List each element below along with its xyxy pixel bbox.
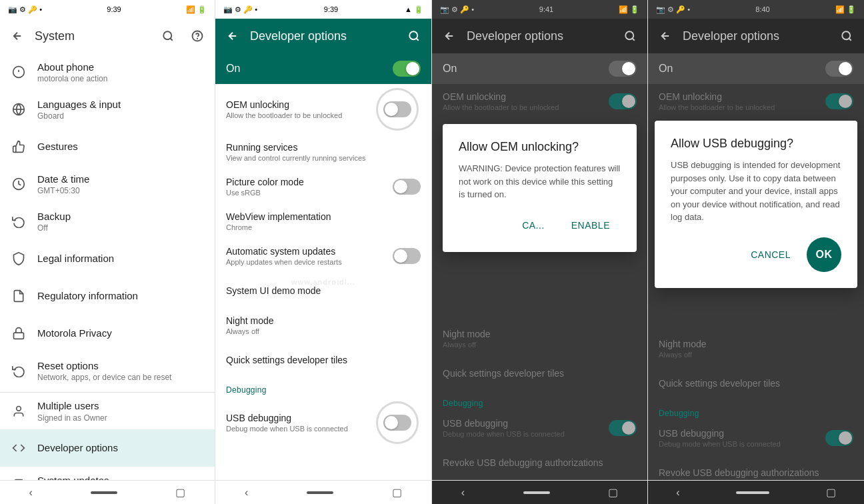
home-nav-2[interactable]	[307, 491, 333, 494]
picture-color-subtitle: Use sRGB	[226, 189, 393, 197]
settings-item-reset[interactable]: Reset options Network, apps, or device c…	[0, 352, 215, 389]
quick-settings-text: Quick settings developer tiles	[226, 355, 421, 365]
back-icon-3[interactable]	[437, 24, 461, 48]
oem-toggle[interactable]	[383, 101, 411, 117]
dialog-enable-3[interactable]: Enable	[561, 215, 621, 236]
reset-text: Reset options Network, apps, or device c…	[37, 359, 204, 383]
night-title-4: Night mode	[659, 339, 853, 349]
below-dialog-4: Night mode Always off Quick settings dev…	[648, 331, 864, 480]
back-icon-4[interactable]	[653, 24, 677, 48]
home-nav-4[interactable]	[736, 491, 769, 494]
about-icon	[11, 64, 27, 80]
on-toggle-2[interactable]	[393, 61, 421, 77]
search-icon-1[interactable]	[156, 24, 180, 48]
oem-sub-3: Allow the bootloader to be unlocked	[443, 103, 609, 111]
reset-subtitle: Network, apps, or device can be reset	[37, 373, 204, 382]
status-icons-2: 📷 ⚙ 🔑 •	[223, 5, 257, 14]
dev-options-list-3: OEM unlocking Allow the bootloader to be…	[432, 84, 647, 480]
status-bar-4: 📷 ⚙ 🔑 • 8:40 📶 🔋	[648, 0, 864, 19]
back-nav-4[interactable]: ‹	[676, 487, 679, 499]
debugging-header: Debugging	[215, 377, 431, 397]
on-label-4: On	[659, 63, 673, 75]
toolbar-4: Developer options	[648, 19, 864, 53]
oem-unlocking-item[interactable]: OEM unlocking Allow the bootloader to be…	[215, 84, 431, 135]
on-toggle-3[interactable]	[609, 61, 637, 77]
search-icon-4[interactable]	[835, 24, 859, 48]
usb-debug-item[interactable]: USB debugging Debug mode when USB is con…	[215, 397, 431, 448]
usb-debug-subtitle: Debug mode when USB is connected	[226, 425, 374, 433]
recents-nav-2[interactable]: ▢	[392, 486, 402, 499]
privacy-icon	[11, 325, 27, 341]
usb-debug-toggle[interactable]	[383, 415, 411, 431]
settings-item-backup[interactable]: Backup Off	[0, 203, 215, 240]
status-icons-left: 📷 ⚙ 🔑 •	[8, 5, 42, 14]
auto-updates-toggle[interactable]	[393, 248, 421, 264]
recents-nav-btn[interactable]: ▢	[175, 486, 185, 499]
oem-item-4: OEM unlocking Allow the bootloader to be…	[648, 84, 864, 119]
status-icons-right: 📶 🔋	[186, 5, 207, 14]
picture-color-title: Picture color mode	[226, 177, 393, 187]
search-icon-2[interactable]	[402, 24, 426, 48]
settings-item-regulatory[interactable]: Regulatory information	[0, 277, 215, 315]
help-icon[interactable]	[185, 24, 209, 48]
status-time-3: 9:41	[539, 5, 553, 13]
running-services-item[interactable]: Running services View and control curren…	[215, 135, 431, 169]
recents-nav-3[interactable]: ▢	[608, 486, 618, 499]
recents-nav-4[interactable]: ▢	[826, 486, 836, 499]
svg-point-14	[625, 31, 633, 39]
settings-item-developer[interactable]: Developer options	[0, 429, 215, 467]
settings-item-about[interactable]: About phone motorola one action	[0, 53, 215, 91]
back-nav-2[interactable]: ‹	[245, 487, 248, 499]
developer-options-panel-1: 📷 ⚙ 🔑 • 9:39 ▲ 🔋 Developer options On ww…	[215, 0, 432, 504]
home-nav-btn[interactable]	[91, 491, 117, 494]
toolbar-title-3: Developer options	[467, 29, 613, 43]
status-right-3: 📶 🔋	[619, 5, 639, 14]
settings-item-languages[interactable]: Languages & input Gboard	[0, 91, 215, 128]
picture-color-item[interactable]: Picture color mode Use sRGB	[215, 169, 431, 204]
toolbar-2: Developer options	[215, 19, 431, 53]
usb-toggle-3	[609, 420, 637, 436]
back-icon-2[interactable]	[221, 24, 245, 48]
running-services-subtitle: View and control currently running servi…	[226, 154, 421, 162]
about-text: About phone motorola one action	[37, 61, 204, 84]
toolbar-title-1: System	[35, 29, 151, 43]
dialog-title-4: Allow USB debugging?	[671, 137, 841, 151]
toolbar-title-2: Developer options	[250, 29, 397, 43]
night-mode-subtitle: Always off	[226, 327, 421, 335]
updates-text: System updates Updated to Android 9	[37, 474, 204, 480]
running-services-text: Running services View and control curren…	[226, 142, 421, 162]
settings-item-legal[interactable]: Legal information	[0, 240, 215, 277]
svg-point-13	[409, 31, 417, 39]
search-icon-3[interactable]	[618, 24, 642, 48]
auto-updates-item[interactable]: Automatic system updates Apply updates w…	[215, 239, 431, 273]
status-icons-4: 📷 ⚙ 🔑 •	[656, 5, 690, 14]
webview-item[interactable]: WebView implementation Chrome	[215, 204, 431, 239]
home-nav-3[interactable]	[523, 491, 550, 494]
usb-toggle-circle	[376, 401, 419, 444]
settings-item-datetime[interactable]: Date & time GMT+05:30	[0, 165, 215, 203]
oem-title: OEM unlocking	[226, 99, 374, 110]
picture-color-toggle[interactable]	[393, 179, 421, 195]
auto-updates-subtitle: Apply updates when device restarts	[226, 258, 393, 266]
quick-settings-item[interactable]: Quick settings developer tiles	[215, 343, 431, 377]
night-mode-title: Night mode	[226, 315, 421, 326]
settings-item-users[interactable]: Multiple users Signed in as Owner	[0, 392, 215, 429]
back-nav-btn[interactable]: ‹	[29, 487, 33, 499]
dialog-cancel-4[interactable]: Cancel	[740, 237, 801, 272]
dev-options-list-4: OEM unlocking Allow the bootloader to be…	[648, 84, 864, 480]
settings-item-gestures[interactable]: Gestures	[0, 128, 215, 165]
dialog-ok-4[interactable]: OK	[807, 237, 841, 272]
backup-icon	[11, 213, 27, 229]
back-nav-3[interactable]: ‹	[461, 487, 465, 499]
dialog-cancel-3[interactable]: Ca...	[511, 215, 555, 236]
oem-toggle-3	[609, 93, 637, 109]
back-icon[interactable]	[5, 24, 29, 48]
settings-item-privacy[interactable]: Motorola Privacy	[0, 315, 215, 352]
system-ui-item[interactable]: System UI demo mode	[215, 273, 431, 308]
night-mode-item[interactable]: Night mode Always off	[215, 308, 431, 343]
usb-3: USB debugging Debug mode when USB is con…	[432, 411, 647, 445]
backup-title: Backup	[37, 210, 204, 223]
settings-item-updates[interactable]: System updates Updated to Android 9	[0, 467, 215, 480]
oem-toggle-circle	[376, 88, 419, 131]
on-toggle-4[interactable]	[825, 61, 853, 77]
